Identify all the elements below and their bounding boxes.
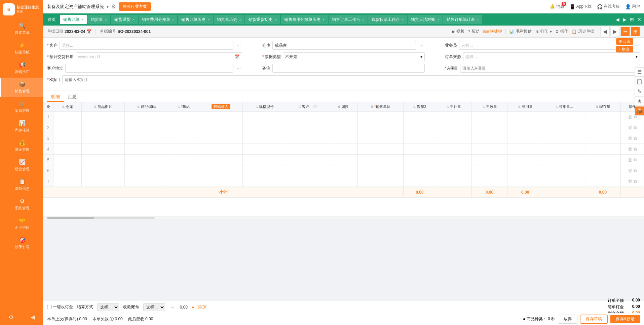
sidebar-item-10[interactable]: 🤝企业协同 xyxy=(0,214,43,234)
cell-main-unit[interactable] xyxy=(436,144,471,155)
right-panel-btn-3[interactable]: ✎ xyxy=(635,87,644,96)
user-avatar[interactable]: 👤 用户 xyxy=(625,4,640,9)
cell-product[interactable] xyxy=(168,165,199,176)
cell-main-qty[interactable] xyxy=(471,144,507,155)
cell-product[interactable] xyxy=(168,122,199,133)
cell-main-unit[interactable] xyxy=(436,122,471,133)
cell-attribute[interactable] xyxy=(329,122,357,133)
cell-attribute[interactable] xyxy=(329,144,357,155)
delete-row-btn[interactable]: 🗑 xyxy=(628,168,632,173)
cell-warehouse[interactable] xyxy=(53,165,82,176)
invoice-type-select[interactable]: 不开票 ▾ xyxy=(283,52,425,61)
sidebar-settings-btn[interactable]: ⚙ xyxy=(7,313,15,322)
cell-stock[interactable] xyxy=(585,112,620,122)
cell-stock[interactable] xyxy=(585,144,620,155)
cell-customer-info[interactable] xyxy=(286,165,329,176)
single-no-value[interactable]: SO-20230324-001 xyxy=(117,29,151,34)
nav-tab-8[interactable]: 销售费用分摊单历史× xyxy=(281,15,328,24)
cell-main-qty[interactable] xyxy=(471,155,507,165)
profit-btn[interactable]: 📊 毛利预估 xyxy=(509,29,532,34)
cell-main-unit[interactable] xyxy=(436,112,471,122)
cell-available2[interactable] xyxy=(543,112,585,122)
tab-close-4[interactable]: × xyxy=(172,18,174,22)
cell-main-qty[interactable] xyxy=(471,133,507,144)
cell-spec[interactable] xyxy=(243,112,286,122)
cell-product-img[interactable] xyxy=(82,176,125,187)
settings-icon[interactable]: ⚙ xyxy=(111,3,116,10)
cell-warehouse[interactable] xyxy=(53,144,82,155)
copy-row-btn[interactable]: ⧉ xyxy=(634,179,637,184)
tab-close-10[interactable]: × xyxy=(402,18,404,22)
cell-qty2[interactable] xyxy=(404,155,436,165)
prev-record-btn[interactable]: ◀ xyxy=(600,27,610,36)
cell-warehouse[interactable] xyxy=(53,122,82,133)
shortcut-btn[interactable]: ⌨ 快捷键 xyxy=(483,29,502,34)
sidebar-item-9[interactable]: ⚙系统管理 xyxy=(0,195,43,214)
cell-sales-unit[interactable] xyxy=(357,155,404,165)
grid-view-btn[interactable]: ⊞ xyxy=(631,27,640,36)
cell-product-code[interactable] xyxy=(125,144,168,155)
cell-customer-info[interactable] xyxy=(286,155,329,165)
customer-input[interactable]: 选择... xyxy=(60,41,234,50)
sidebar-collapse-btn[interactable]: ◀ xyxy=(29,313,36,322)
one-click-payment-checkbox[interactable] xyxy=(47,305,51,309)
cell-customer-info[interactable] xyxy=(286,133,329,144)
cell-qty2[interactable] xyxy=(404,133,436,144)
cell-available[interactable] xyxy=(507,176,543,187)
delete-row-btn[interactable]: 🗑 xyxy=(628,179,632,184)
online-service-btn[interactable]: 🎧 在线客服 xyxy=(597,4,620,9)
discard-btn[interactable]: 放弃 xyxy=(558,315,577,324)
th-settings[interactable]: ⚙ xyxy=(43,102,53,112)
cell-customer-info[interactable] xyxy=(286,122,329,133)
cell-product-img[interactable] xyxy=(82,155,125,165)
cell-available[interactable] xyxy=(507,155,543,165)
cell-available[interactable] xyxy=(507,112,543,122)
tab-close-11[interactable]: × xyxy=(437,18,439,22)
cell-product[interactable] xyxy=(168,155,199,165)
cell-attribute[interactable] xyxy=(329,176,357,187)
cell-product[interactable] xyxy=(168,112,199,122)
delivery-date-input[interactable]: yyyy-mm-dd 📅 xyxy=(76,52,242,61)
cell-warehouse[interactable] xyxy=(53,155,82,165)
nav-tab-2[interactable]: 销货单× xyxy=(87,15,110,24)
warehouse-input[interactable]: 成品库 xyxy=(272,41,416,50)
cell-spec[interactable] xyxy=(243,144,286,155)
cell-spec[interactable] xyxy=(243,176,286,187)
cell-stock[interactable] xyxy=(585,133,620,144)
cell-qty2[interactable] xyxy=(404,122,436,133)
cell-sales-unit[interactable] xyxy=(357,122,404,133)
cell-product[interactable] xyxy=(168,144,199,155)
th-scan[interactable]: 扫码录入 xyxy=(199,102,243,112)
add-payment-btn[interactable]: 添加 xyxy=(198,304,206,310)
cell-main-unit[interactable] xyxy=(436,165,471,176)
sidebar-item-11[interactable]: 🎯新手引导 xyxy=(0,234,43,253)
tab-close-6[interactable]: × xyxy=(239,18,241,22)
save-draft-btn[interactable]: 保存草稿 xyxy=(580,315,608,324)
nav-tab-6[interactable]: 销货单历史× xyxy=(214,15,244,24)
copy-row-btn[interactable]: ⧉ xyxy=(634,168,637,173)
history-btn[interactable]: 📋 历史单据 xyxy=(572,29,594,34)
tab-close-7[interactable]: × xyxy=(275,18,277,22)
cell-qty2[interactable] xyxy=(404,112,436,122)
cell-sales-unit[interactable] xyxy=(357,165,404,176)
notification-btn[interactable]: 🔔 9 消息 xyxy=(550,4,564,9)
nav-tab-12[interactable]: 销售订单统计表× xyxy=(443,15,482,24)
nav-arrow-left[interactable]: ◀ xyxy=(614,16,621,23)
cell-product[interactable] xyxy=(168,176,199,187)
add-item-btn[interactable]: + 物流 xyxy=(616,46,633,52)
address-input[interactable] xyxy=(65,64,233,73)
tab-close-2[interactable]: × xyxy=(105,18,107,22)
cell-product-code[interactable] xyxy=(125,112,168,122)
cell-customer-info[interactable] xyxy=(286,176,329,187)
cell-available[interactable] xyxy=(507,165,543,176)
cell-available2[interactable] xyxy=(543,133,585,144)
nav-tab-1[interactable]: 销售订单× xyxy=(60,15,87,24)
copy-row-btn[interactable]: ⧉ xyxy=(634,147,637,152)
cell-attribute[interactable] xyxy=(329,112,357,122)
salesperson-more-btn[interactable]: ··· xyxy=(633,43,640,48)
delete-row-btn[interactable]: 🗑 xyxy=(628,147,632,152)
cell-spec[interactable] xyxy=(243,122,286,133)
calendar-icon[interactable]: 📅 xyxy=(86,29,91,34)
nav-tab-3[interactable]: 销货退货× xyxy=(111,15,138,24)
memo-input[interactable] xyxy=(272,64,425,73)
